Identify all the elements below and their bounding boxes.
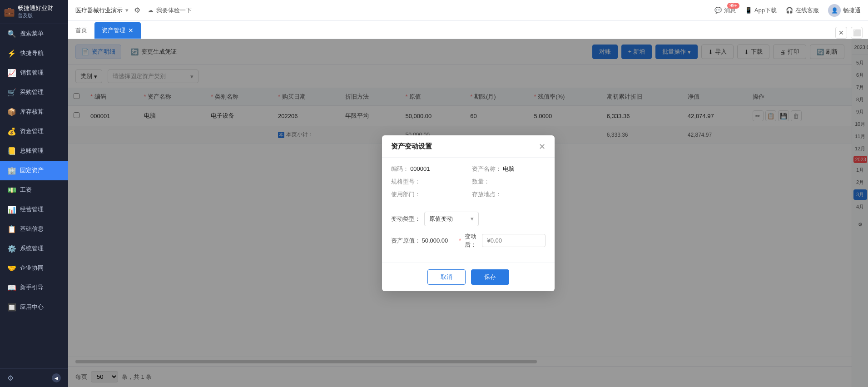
modal-title: 资产变动设置 xyxy=(391,142,432,151)
experience-button[interactable]: ☁ 我要体验一下 xyxy=(148,6,192,15)
sidebar-item-general-ledger[interactable]: 📒 总账管理 xyxy=(0,141,68,161)
sidebar-item-purchase-mgmt[interactable]: 🛒 采购管理 xyxy=(0,83,68,102)
modal-dept-label: 使用部门： xyxy=(391,191,421,198)
asset-change-modal: 资产变动设置 ✕ 编码： 000001 资产名称： 电脑 xyxy=(382,135,555,291)
tab-close-icon[interactable]: ✕ xyxy=(128,27,134,34)
app-edition: 普及版 xyxy=(18,12,53,19)
main-area: 医疗器械行业演示 ▾ ⚙ ☁ 我要体验一下 💬 消息 99+ 📱 App下载 xyxy=(68,0,868,387)
tab-home[interactable]: 首页 xyxy=(68,22,94,39)
sidebar-collapse-button[interactable]: ◀ xyxy=(52,373,61,382)
quick-nav-icon: ⚡ xyxy=(7,49,16,58)
sidebar-item-basic-info[interactable]: 📋 基础信息 xyxy=(0,219,68,239)
sidebar-item-label: 工资 xyxy=(20,186,32,194)
modal-location-label: 存放地点： xyxy=(472,191,501,198)
enterprise-icon: 🤝 xyxy=(7,264,16,273)
online-service-button[interactable]: 🎧 在线客服 xyxy=(786,6,819,15)
sidebar-item-search-menu[interactable]: 🔍 搜索菜单 xyxy=(0,24,68,44)
sidebar-footer: ⚙ ◀ xyxy=(0,368,68,387)
content-area: 📄 资产明细 🔄 变更生成凭证 对账 + 新增 xyxy=(68,39,868,387)
message-button[interactable]: 💬 消息 99+ xyxy=(714,6,736,15)
topbar-right: 💬 消息 99+ 📱 App下载 🎧 在线客服 👤 畅捷通 xyxy=(714,4,861,17)
experience-cloud-icon: ☁ xyxy=(148,7,154,14)
sidebar-item-fixed-assets[interactable]: 🏢 固定资产 xyxy=(0,161,68,180)
tab-asset-mgmt-label: 资产管理 xyxy=(102,26,125,35)
download-icon: 📱 xyxy=(745,7,752,14)
modal-spec-item: 规格型号： xyxy=(391,178,465,186)
sidebar-item-label: 应用中心 xyxy=(20,303,44,311)
modal-name-item: 资产名称： 电脑 xyxy=(472,165,546,173)
sidebar-item-label: 基础信息 xyxy=(20,225,44,233)
sidebar-item-app-center[interactable]: 🔲 应用中心 xyxy=(0,298,68,317)
asset-value-row: 资产原值： 50,000.00 * 变动后： xyxy=(391,233,546,249)
modal-overlay: 资产变动设置 ✕ 编码： 000001 资产名称： 电脑 xyxy=(68,39,868,387)
sidebar-item-fund-mgmt[interactable]: 💰 资金管理 xyxy=(0,122,68,141)
modal-code-value: 000001 xyxy=(410,165,430,172)
settings-icon[interactable]: ⚙ xyxy=(7,374,14,382)
app-name: 畅捷通好业财 xyxy=(18,5,53,12)
tab-maximize-button[interactable]: ⬜ xyxy=(851,27,863,39)
modal-name-label: 资产名称： xyxy=(472,165,501,172)
tabbar: 首页 资产管理 ✕ ✕ ⬜ xyxy=(68,21,868,39)
modal-location-item: 存放地点： xyxy=(472,190,546,198)
app-logo-icon: 💼 xyxy=(4,6,15,17)
sidebar-item-label: 采购管理 xyxy=(20,88,44,96)
search-menu-icon: 🔍 xyxy=(7,30,16,38)
asset-value-label: 资产原值： xyxy=(391,237,418,245)
company-dropdown-icon: ▾ xyxy=(125,7,129,14)
tab-asset-mgmt[interactable]: 资产管理 ✕ xyxy=(94,22,141,39)
modal-dept-item: 使用部门： xyxy=(391,190,465,198)
company-name: 医疗器械行业演示 xyxy=(75,6,123,15)
save-button[interactable]: 保存 xyxy=(471,269,509,285)
payroll-icon: 💵 xyxy=(7,186,16,194)
change-type-select[interactable]: 原值变动 ▾ xyxy=(424,212,479,226)
sidebar-item-payroll[interactable]: 💵 工资 xyxy=(0,180,68,200)
tab-close-window-button[interactable]: ✕ xyxy=(835,27,847,39)
message-badge: 99+ xyxy=(727,3,739,9)
sidebar-item-label: 搜索菜单 xyxy=(20,30,44,38)
sidebar-item-guide[interactable]: 📖 新手引导 xyxy=(0,278,68,298)
sidebar-item-sales-mgmt[interactable]: 📈 销售管理 xyxy=(0,63,68,83)
change-type-value: 原值变动 xyxy=(429,215,453,223)
user-name: 畅捷通 xyxy=(843,6,861,15)
after-change-input[interactable] xyxy=(482,234,546,247)
sidebar-item-sys-mgmt[interactable]: ⚙️ 系统管理 xyxy=(0,239,68,258)
topbar: 医疗器械行业演示 ▾ ⚙ ☁ 我要体验一下 💬 消息 99+ 📱 App下载 xyxy=(68,0,868,21)
change-type-row: 变动类型： 原值变动 ▾ xyxy=(391,212,546,226)
company-selector[interactable]: 医疗器械行业演示 ▾ xyxy=(75,6,129,15)
modal-body: 编码： 000001 资产名称： 电脑 规格型号： xyxy=(382,158,555,263)
sidebar-item-label: 库存核算 xyxy=(20,108,44,116)
cancel-button[interactable]: 取消 xyxy=(427,269,466,285)
modal-spec-label: 规格型号： xyxy=(391,178,421,185)
sidebar-item-quick-nav[interactable]: ⚡ 快捷导航 xyxy=(0,44,68,63)
sidebar-item-label: 资金管理 xyxy=(20,127,44,135)
sidebar-item-label: 新手引导 xyxy=(20,283,44,292)
sidebar-item-inventory[interactable]: 📦 库存核算 xyxy=(0,102,68,122)
required-star: * xyxy=(459,237,461,244)
settings-gear-icon[interactable]: ⚙ xyxy=(134,6,140,15)
modal-divider xyxy=(391,206,546,206)
sys-icon: ⚙️ xyxy=(7,244,16,253)
sidebar-item-label: 固定资产 xyxy=(20,166,44,174)
app-download-label: App下载 xyxy=(754,6,777,15)
modal-close-icon[interactable]: ✕ xyxy=(539,142,546,152)
modal-info-grid: 编码： 000001 资产名称： 电脑 规格型号： xyxy=(391,165,546,198)
app-center-icon: 🔲 xyxy=(7,303,16,312)
app-download-button[interactable]: 📱 App下载 xyxy=(745,6,777,15)
tabbar-right: ✕ ⬜ xyxy=(830,27,868,39)
user-profile[interactable]: 👤 畅捷通 xyxy=(828,4,861,17)
after-change-label: 变动后： xyxy=(465,233,476,249)
asset-value-display: 50,000.00 xyxy=(422,237,448,244)
sidebar-scroll: 🔍 搜索菜单 ⚡ 快捷导航 📈 销售管理 🛒 采购管理 📦 库存核算 💰 xyxy=(0,24,68,368)
sidebar-item-label: 企业协同 xyxy=(20,264,44,272)
sidebar-item-enterprise[interactable]: 🤝 企业协同 xyxy=(0,258,68,278)
sidebar-item-ops-mgmt[interactable]: 📊 经营管理 xyxy=(0,200,68,219)
sidebar-item-label: 经营管理 xyxy=(20,205,44,213)
inventory-icon: 📦 xyxy=(7,108,16,116)
change-type-arrow-icon: ▾ xyxy=(471,215,474,222)
ops-icon: 📊 xyxy=(7,205,16,214)
sidebar-item-label: 销售管理 xyxy=(20,69,44,77)
modal-code-item: 编码： 000001 xyxy=(391,165,465,173)
sidebar-header: 💼 畅捷通好业财 普及版 xyxy=(0,0,68,24)
modal-qty-item: 数量： xyxy=(472,178,546,186)
ledger-icon: 📒 xyxy=(7,147,16,155)
